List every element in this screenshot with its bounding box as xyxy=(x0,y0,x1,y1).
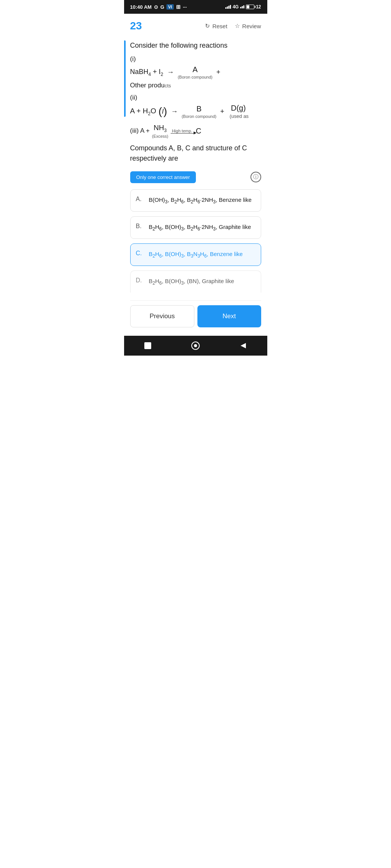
option-a-text: B(OH)3, B2H6, B2H6·2NH3, Benzene like xyxy=(149,196,252,205)
battery-level: 12 xyxy=(256,4,261,10)
arrow-2: → xyxy=(171,108,178,116)
more-icon: ··· xyxy=(183,4,187,10)
signal-bar2-1 xyxy=(240,7,241,8)
svg-point-2 xyxy=(194,344,197,347)
compound-a-label: (Boron compound) xyxy=(178,75,212,79)
signal-bars xyxy=(225,5,231,9)
star-icon: ☆ xyxy=(235,23,240,29)
options-container: A. B(OH)3, B2H6, B2H6·2NH3, Benzene like… xyxy=(130,189,261,299)
compound-a-2: A + H2O xyxy=(130,107,156,116)
signal-bar-3 xyxy=(228,6,229,9)
review-label: Review xyxy=(242,23,261,29)
compound-b-block: B (Boron compound) xyxy=(182,105,217,119)
nav-buttons: Previous Next xyxy=(130,300,261,332)
carrier-g: G xyxy=(160,4,164,10)
option-c-letter: C. xyxy=(136,250,145,257)
next-button[interactable]: Next xyxy=(197,305,261,327)
compound-a: A xyxy=(192,65,197,74)
plus-1: + xyxy=(217,68,221,76)
option-c[interactable]: C. B2H6, B(OH)3, B3N3H6, Benzene like xyxy=(130,243,261,266)
option-a-letter: A. xyxy=(136,196,145,203)
option-a[interactable]: A. B(OH)3, B2H6, B2H6·2NH3, Benzene like xyxy=(130,189,261,212)
reaction-1-line: NaBH4 + I2 → A (Boron compound) + Other … xyxy=(130,65,261,89)
clock-icon: ⊙ xyxy=(154,4,158,10)
compound-d-block: D(g) (used as xyxy=(228,104,249,119)
nh3: NH3 xyxy=(153,124,166,133)
compound-b: B xyxy=(197,105,202,113)
option-d-letter: D. xyxy=(136,277,145,284)
content-area: Consider the following reactions (i) NaB… xyxy=(124,37,267,336)
reaction-block-2: (ii) A + H2O ( l ) → B (Boron compound) … xyxy=(130,94,261,119)
plus-2: + xyxy=(220,108,225,116)
option-c-text: B2H6, B(OH)3, B3N3H6, Benzene like xyxy=(149,250,243,259)
bottom-nav xyxy=(124,336,267,356)
closing-text: Compounds A, B, C and structure of C res… xyxy=(130,143,261,164)
status-right: 4G 12 xyxy=(225,4,261,10)
compound-d: D(g) xyxy=(231,104,246,113)
option-d-text: B2H6, B(OH)3, (BN), Graphite like xyxy=(149,277,234,287)
nh3-block: NH3 (Excess) xyxy=(152,124,168,138)
roman-1: (i) xyxy=(130,55,261,63)
svg-marker-3 xyxy=(241,343,246,348)
signal-bar2-2 xyxy=(242,6,243,8)
roman-3: (iii) A + xyxy=(130,127,150,135)
signal-bar-2 xyxy=(227,6,228,9)
signal-bars-2 xyxy=(240,5,244,8)
vi-icon: VI xyxy=(166,4,173,10)
previous-button[interactable]: Previous xyxy=(130,305,195,327)
option-d[interactable]: D. B2H6, B(OH)3, (BN), Graphite like xyxy=(130,271,261,293)
battery-icon xyxy=(246,5,254,9)
time: 10:40 AM xyxy=(130,4,152,10)
reaction-block-1: (i) NaBH4 + I2 → A (Boron compound) + Ot… xyxy=(130,55,261,89)
compound-d-label: (used as xyxy=(229,113,249,119)
condition-label: High temp. xyxy=(172,129,192,133)
nabh4: NaBH4 + I2 xyxy=(130,68,163,77)
home-circle-icon[interactable] xyxy=(190,340,201,351)
water-bracket: ( l ) xyxy=(158,105,167,118)
badge-row: Only one correct answer ⓘ xyxy=(130,171,261,183)
compound-c: C xyxy=(196,127,201,135)
left-accent xyxy=(124,40,126,117)
back-square-icon[interactable] xyxy=(142,340,153,351)
signal-bar-4 xyxy=(230,5,231,9)
question-number: 23 xyxy=(130,20,142,32)
option-b-text: B2H6, B(OH)3, B2H6·2NH3, Graphite like xyxy=(149,223,251,232)
status-left: 10:40 AM ⊙ G VI ⊞ ··· xyxy=(130,4,187,10)
compound-a-block: A (Boron compound) xyxy=(178,65,212,79)
option-b[interactable]: B. B2H6, B(OH)3, B2H6·2NH3, Graphite lik… xyxy=(130,216,261,239)
high-temp-arrow: High temp. xyxy=(171,129,194,134)
apps-icon: ⊞ xyxy=(176,4,181,10)
reset-label: Reset xyxy=(212,23,227,29)
battery-fill xyxy=(247,5,249,8)
reset-button[interactable]: ↻ Reset xyxy=(205,23,227,29)
reaction-3-line: (iii) A + NH3 (Excess) High temp. C xyxy=(130,124,261,138)
info-icon[interactable]: ⓘ xyxy=(250,172,261,182)
svg-rect-0 xyxy=(144,342,151,349)
signal-bar-1 xyxy=(225,7,226,9)
question-intro: Consider the following reactions xyxy=(130,40,261,51)
arrow-1: → xyxy=(167,68,174,76)
arrow-line xyxy=(171,133,194,134)
header: 23 ↻ Reset ☆ Review xyxy=(124,14,267,37)
review-button[interactable]: ☆ Review xyxy=(235,23,261,29)
compound-b-label: (Boron compound) xyxy=(182,114,217,119)
other-products: Other products xyxy=(130,82,171,89)
header-actions: ↻ Reset ☆ Review xyxy=(205,23,261,29)
signal-bar2-3 xyxy=(243,5,244,8)
back-triangle-icon[interactable] xyxy=(238,340,249,351)
option-b-letter: B. xyxy=(136,223,145,230)
reaction-2-line: A + H2O ( l ) → B (Boron compound) + D(g… xyxy=(130,104,261,119)
status-bar: 10:40 AM ⊙ G VI ⊞ ··· 4G 12 xyxy=(124,0,267,14)
excess-label: (Excess) xyxy=(152,134,168,138)
reaction-block-3: (iii) A + NH3 (Excess) High temp. C xyxy=(130,124,261,138)
reset-icon: ↻ xyxy=(205,23,210,29)
correct-badge: Only one correct answer xyxy=(130,171,196,183)
roman-2: (ii) xyxy=(130,94,261,101)
network-type: 4G xyxy=(233,4,239,10)
